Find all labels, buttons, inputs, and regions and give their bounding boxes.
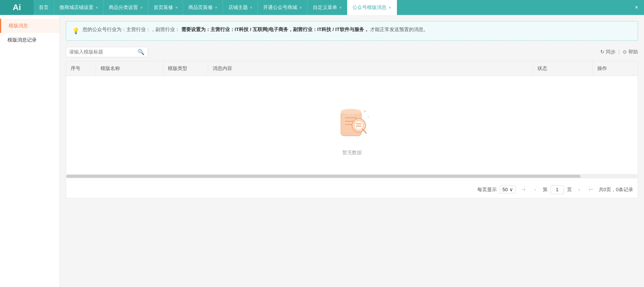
notice-text: 您的公众号行业为：主营行业：，副营行业： 需要设置为：主营行业：IT科技 / 互… bbox=[83, 26, 428, 34]
notice-banner: 💡 您的公众号行业为：主营行业：，副营行业： 需要设置为：主营行业：IT科技 /… bbox=[66, 21, 638, 41]
table-col-index: 序号 bbox=[66, 61, 96, 76]
nav-tab-product-page-decor[interactable]: 商品页装修× bbox=[183, 0, 223, 15]
empty-text: 暂无数据 bbox=[342, 149, 362, 156]
next-page-button[interactable]: › bbox=[575, 185, 584, 194]
sidebar-item-template-msg[interactable]: 模版消息 bbox=[0, 19, 59, 33]
table-col-name: 模版名称 bbox=[96, 61, 163, 76]
nav-tab-close-wshop-settings[interactable]: × bbox=[96, 5, 98, 10]
nav-tab-label: 自定义菜单 bbox=[313, 4, 337, 11]
close-all-button[interactable]: × bbox=[629, 4, 644, 11]
help-icon: ⊙ bbox=[623, 49, 627, 55]
current-page-input[interactable] bbox=[551, 185, 564, 194]
table-col-type: 模版类型 bbox=[163, 61, 208, 76]
toolbar: 🔍 ↻ 同步 | ⊙ 帮助 bbox=[66, 47, 638, 57]
notice-highlight: 需要设置为：主营行业：IT科技 / 互联网|电子商务，副营行业：IT科技 / I… bbox=[181, 27, 369, 32]
table-col-content: 消息内容 bbox=[208, 61, 533, 76]
search-box: 🔍 bbox=[66, 47, 148, 57]
nav-tab-wshop-settings[interactable]: 微商城店铺设置× bbox=[54, 0, 104, 15]
nav-tab-close-open-mall[interactable]: × bbox=[299, 5, 302, 10]
empty-illustration: ✦ ✦ bbox=[330, 98, 375, 143]
sidebar-item-template-msg-log[interactable]: 模版消息记录 bbox=[0, 33, 59, 47]
toolbar-right: ↻ 同步 | ⊙ 帮助 bbox=[600, 49, 638, 55]
nav-tab-template-msg[interactable]: 公众号模版消息× bbox=[347, 0, 397, 15]
logo-text: Ai bbox=[13, 3, 21, 12]
notice-icon: 💡 bbox=[72, 26, 80, 36]
sync-icon: ↻ bbox=[600, 49, 604, 55]
nav-tab-home-decor[interactable]: 首页装修× bbox=[148, 0, 183, 15]
table-header: 序号模版名称模版类型消息内容状态操作 bbox=[66, 61, 638, 76]
table-col-status: 状态 bbox=[533, 61, 593, 76]
page-prefix: 第 bbox=[543, 186, 548, 193]
help-label: 帮助 bbox=[628, 49, 638, 55]
sync-label: 同步 bbox=[606, 49, 616, 55]
logo: Ai bbox=[0, 0, 34, 15]
nav-tab-open-mall[interactable]: 开通公众号商城× bbox=[258, 0, 307, 15]
main-layout: 模版消息模版消息记录 💡 您的公众号行业为：主营行业：，副营行业： 需要设置为：… bbox=[0, 15, 644, 287]
nav-tab-close-template-msg[interactable]: × bbox=[389, 5, 391, 10]
nav-tab-product-category[interactable]: 商品分类设置× bbox=[104, 0, 148, 15]
nav-tab-label: 首页 bbox=[39, 4, 49, 11]
page-unit: 页 bbox=[567, 186, 572, 193]
total-label: 共0页，0条记录 bbox=[599, 186, 633, 193]
prev-page-button[interactable]: ‹ bbox=[531, 185, 540, 194]
nav-tab-custom-menu[interactable]: 自定义菜单× bbox=[308, 0, 347, 15]
scroll-thumb bbox=[66, 175, 580, 178]
nav-tab-label: 商品页装修 bbox=[188, 4, 213, 11]
content-area: 💡 您的公众号行业为：主营行业：，副营行业： 需要设置为：主营行业：IT科技 /… bbox=[60, 15, 644, 287]
search-input[interactable] bbox=[69, 49, 135, 55]
notice-prefix: 您的公众号行业为：主营行业：，副营行业： bbox=[83, 27, 180, 32]
pagination: 每页显示 50 ∨ ⊣ ‹ 第 页 › ⊢ 共0页，0条记录 bbox=[66, 181, 638, 198]
nav-tab-close-product-page-decor[interactable]: × bbox=[215, 5, 217, 10]
svg-point-3 bbox=[341, 109, 361, 114]
empty-state: ✦ ✦ 暂无数据 bbox=[66, 76, 638, 171]
nav-tab-label: 开通公众号商城 bbox=[263, 4, 297, 11]
nav-tab-close-home-decor[interactable]: × bbox=[175, 5, 178, 10]
top-nav: Ai 首页微商城店铺设置×商品分类设置×首页装修×商品页装修×店铺主题×开通公众… bbox=[0, 0, 644, 15]
help-button[interactable]: ⊙ 帮助 bbox=[623, 49, 638, 55]
nav-tabs: 首页微商城店铺设置×商品分类设置×首页装修×商品页装修×店铺主题×开通公众号商城… bbox=[34, 0, 629, 15]
nav-tab-close-custom-menu[interactable]: × bbox=[339, 5, 342, 10]
sidebar: 模版消息模版消息记录 bbox=[0, 15, 60, 287]
last-page-button[interactable]: ⊢ bbox=[587, 185, 596, 194]
sync-button[interactable]: ↻ 同步 bbox=[600, 49, 616, 55]
page-size-select[interactable]: 50 ∨ bbox=[500, 186, 515, 193]
nav-tab-store-theme[interactable]: 店铺主题× bbox=[223, 0, 258, 15]
toolbar-divider: | bbox=[619, 49, 620, 55]
nav-tab-label: 公众号模版消息 bbox=[352, 4, 386, 11]
horizontal-scrollbar[interactable] bbox=[66, 174, 638, 178]
nav-tab-label: 店铺主题 bbox=[228, 4, 248, 11]
page-size-value: 50 bbox=[502, 187, 508, 192]
svg-text:✦: ✦ bbox=[367, 115, 370, 119]
chevron-down-icon: ∨ bbox=[509, 187, 513, 192]
nav-tab-label: 首页装修 bbox=[154, 4, 173, 11]
table: 序号模版名称模版类型消息内容状态操作 bbox=[66, 61, 638, 198]
nav-tab-close-product-category[interactable]: × bbox=[140, 5, 142, 10]
nav-tab-home[interactable]: 首页 bbox=[34, 0, 54, 15]
page-size-label: 每页显示 bbox=[477, 186, 497, 193]
table-col-action: 操作 bbox=[593, 61, 638, 76]
svg-text:✦: ✦ bbox=[363, 109, 366, 113]
first-page-button[interactable]: ⊣ bbox=[519, 185, 528, 194]
nav-tab-label: 商品分类设置 bbox=[109, 4, 138, 11]
nav-tab-close-store-theme[interactable]: × bbox=[250, 5, 252, 10]
search-icon[interactable]: 🔍 bbox=[138, 49, 145, 55]
notice-suffix: 才能正常发送预置的消息。 bbox=[370, 27, 428, 32]
nav-tab-label: 微商城店铺设置 bbox=[59, 4, 93, 11]
